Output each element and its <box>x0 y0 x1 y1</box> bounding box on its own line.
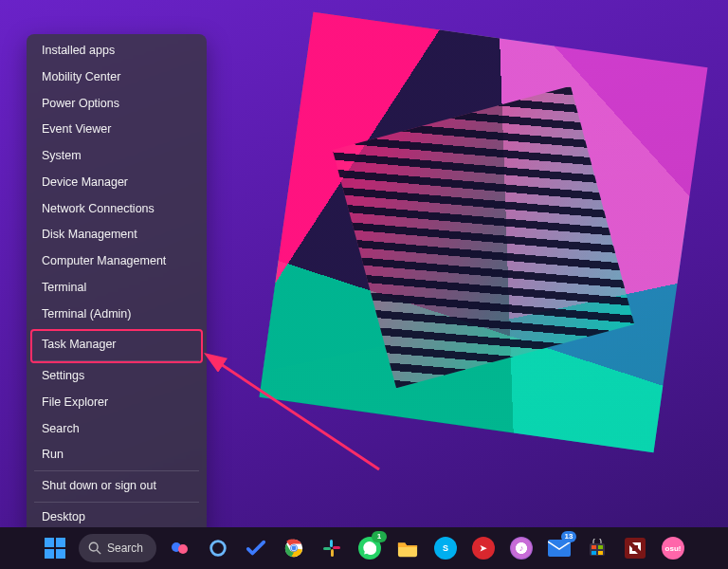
mail-badge: 13 <box>561 531 576 542</box>
svg-rect-16 <box>323 547 331 550</box>
menu-item[interactable]: Network Connections <box>28 196 205 223</box>
menu-item[interactable]: Terminal (Admin) <box>28 302 205 328</box>
menu-separator <box>34 470 199 471</box>
menu-item[interactable]: Settings <box>28 363 205 390</box>
gear-icon <box>208 538 228 559</box>
svg-point-5 <box>89 542 98 551</box>
taskbar-app-explorer[interactable] <box>393 534 422 562</box>
taskbar-app-itunes[interactable]: ♪ <box>507 534 536 562</box>
taskbar-app-store[interactable] <box>583 534 611 562</box>
menu-item[interactable]: Disk Management <box>28 222 205 248</box>
taskbar-app-mail[interactable]: 13 <box>545 534 573 562</box>
svg-rect-21 <box>592 545 596 549</box>
menu-item[interactable]: Run <box>28 442 205 468</box>
menu-item[interactable]: Search <box>28 416 205 443</box>
taskbar: Search 1 S ➤ ♪ 13 <box>0 527 728 569</box>
menu-item[interactable]: Installed apps <box>28 38 205 64</box>
whatsapp-badge: 1 <box>372 531 387 542</box>
svg-point-10 <box>215 545 221 551</box>
taskbar-app-mega[interactable]: ➤ <box>469 534 498 562</box>
taskbar-app-todo[interactable] <box>242 534 270 562</box>
svg-line-6 <box>97 550 100 554</box>
menu-item[interactable]: Terminal <box>28 275 205 302</box>
taskbar-app-amd[interactable] <box>621 534 649 562</box>
taskbar-app-taskview[interactable] <box>166 534 194 562</box>
menu-item[interactable]: Task Manager <box>28 332 205 358</box>
taskbar-app-whatsapp[interactable]: 1 <box>355 534 384 562</box>
svg-point-8 <box>178 544 188 554</box>
folder-icon <box>397 539 418 558</box>
taskbar-app-settings[interactable] <box>204 534 232 562</box>
search-icon <box>88 541 101 555</box>
start-button[interactable] <box>41 534 69 562</box>
menu-separator <box>34 329 199 330</box>
winx-context-menu: Installed appsMobility CenterPower Optio… <box>27 34 207 535</box>
menu-item[interactable]: Event Viewer <box>28 117 205 143</box>
menu-item[interactable]: Computer Management <box>28 248 205 275</box>
menu-item[interactable]: File Explorer <box>28 390 205 416</box>
taskbar-app-slack[interactable] <box>318 534 346 562</box>
svg-rect-4 <box>56 549 65 559</box>
menu-item[interactable]: System <box>28 143 205 170</box>
taskbar-app-chrome[interactable] <box>280 534 308 562</box>
svg-rect-1 <box>45 538 54 547</box>
svg-point-14 <box>292 546 297 551</box>
taskbar-app-skype[interactable]: S <box>431 534 460 562</box>
svg-rect-18 <box>333 546 340 549</box>
check-icon <box>246 538 266 559</box>
svg-rect-3 <box>45 549 54 559</box>
svg-rect-15 <box>330 540 333 547</box>
taskbar-search[interactable]: Search <box>79 534 156 562</box>
taskbar-search-label: Search <box>107 541 143 555</box>
menu-item[interactable]: Power Options <box>28 91 205 118</box>
svg-rect-2 <box>56 538 65 547</box>
menu-separator <box>34 502 199 503</box>
svg-rect-17 <box>331 549 334 557</box>
svg-rect-22 <box>598 545 603 549</box>
menu-item[interactable]: Mobility Center <box>28 64 205 91</box>
svg-rect-23 <box>592 551 596 555</box>
menu-item[interactable]: Shut down or sign out <box>28 473 205 500</box>
taskbar-app-osu[interactable]: osu! <box>659 534 687 562</box>
menu-item[interactable]: Device Manager <box>28 170 205 196</box>
menu-separator <box>34 360 199 361</box>
svg-rect-24 <box>598 551 603 555</box>
